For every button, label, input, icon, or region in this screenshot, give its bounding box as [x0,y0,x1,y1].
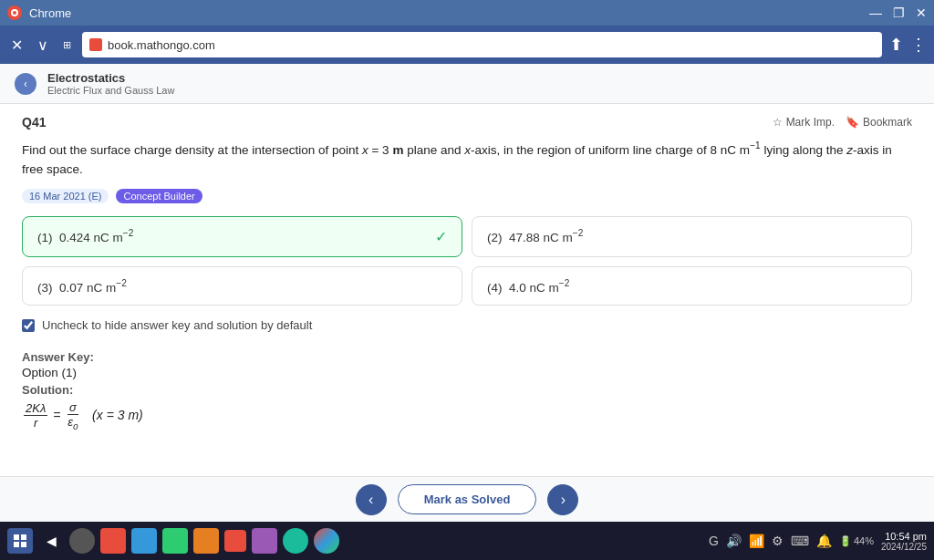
keyboard-icon[interactable]: ⌨ [791,534,809,548]
maximize-button[interactable]: ❐ [893,5,905,20]
prev-button[interactable]: ‹ [356,484,387,515]
title-bar: Chrome — ❐ ✕ [0,0,934,26]
question-header: ‹ Electrostatics Electric Flux and Gauss… [0,64,934,104]
option-1-text: (1) 0.424 nC m−2 [37,228,133,244]
breadcrumb-subtitle: Electric Flux and Gauss Law [47,85,174,96]
address-bar[interactable]: book.mathongo.com [82,32,882,57]
taskbar-right: G 🔊 📶 ⚙ ⌨ 🔔 🔋 44% 10:54 pm 2024/12/25 [709,531,927,552]
option-3-text: (3) 0.07 nC m−2 [37,278,127,295]
solution-math: 2Kλ r = σ ε0 (x = 3 m) [22,400,912,431]
next-button[interactable]: › [547,484,578,515]
title-bar-text: Chrome [29,6,71,20]
breadcrumb-title: Electrostatics [47,71,174,85]
chrome-taskbar-button[interactable] [314,528,339,554]
taskbar-app-3[interactable] [162,528,188,554]
back-button[interactable]: ‹ [15,73,36,95]
main-content: ‹ Electrostatics Electric Flux and Gauss… [0,64,934,522]
start-button[interactable] [7,528,33,554]
solution-section: Solution: 2Kλ r = σ ε0 (x = 3 m) [0,379,934,431]
settings-icon[interactable]: ⚙ [772,534,784,548]
tag-concept[interactable]: Concept Builder [116,189,202,203]
bookmark-button[interactable]: 🔖 Bookmark [846,116,912,129]
close-button[interactable]: ✕ [916,5,927,20]
option-2[interactable]: (2) 47.88 nC m−2 [472,216,912,257]
tag-date: 16 Mar 2021 (E) [22,189,109,203]
taskbar-app-1[interactable] [100,528,126,554]
correct-check-icon: ✓ [435,228,447,245]
svg-rect-2 [14,534,19,540]
taskbar-clock: 10:54 pm 2024/12/25 [881,531,927,552]
url-text: book.mathongo.com [108,38,215,52]
taskbar-app-5[interactable] [224,530,246,552]
question-body: Q41 ☆ Mark Imp. 🔖 Bookmark Find out the … [0,104,934,350]
forward-nav-button[interactable]: ∨ [34,33,52,57]
question-actions: ☆ Mark Imp. 🔖 Bookmark [773,116,912,129]
back-nav-button[interactable]: ✕ [7,33,26,57]
taskbar-time: 10:54 pm [881,531,927,542]
tags-row: 16 Mar 2021 (E) Concept Builder [22,189,912,203]
taskbar-app-7[interactable] [283,528,308,554]
checkbox-label: Uncheck to hide answer key and solution … [42,318,312,332]
notification-icon[interactable]: 🔔 [816,534,832,548]
question-meta-row: Q41 ☆ Mark Imp. 🔖 Bookmark [22,115,912,130]
svg-point-1 [13,11,16,15]
question-number: Q41 [22,115,46,130]
star-icon: ☆ [773,116,783,129]
browser-toolbar: ✕ ∨ ⊞ book.mathongo.com ⬆ ⋮ [0,26,934,64]
taskbar-app-2[interactable] [131,528,157,554]
svg-rect-3 [21,534,26,540]
battery-percent: 44% [854,535,874,546]
svg-rect-5 [21,542,26,547]
app-icon [7,5,22,20]
taskbar-app-6[interactable] [252,528,277,554]
volume-icon[interactable]: 🔊 [726,534,742,548]
option-3[interactable]: (3) 0.07 nC m−2 [22,266,462,306]
taskbar-app-4[interactable] [193,528,219,554]
options-grid: (1) 0.424 nC m−2 ✓ (2) 47.88 nC m−2 (3) … [22,216,912,306]
bookmark-icon: 🔖 [846,116,859,129]
mark-imp-button[interactable]: ☆ Mark Imp. [773,116,835,129]
solution-label: Solution: [22,383,912,397]
answer-key-value: Option (1) [22,366,912,379]
answer-section: Answer Key: Option (1) [0,350,934,379]
taskbar-date: 2024/12/25 [881,542,927,552]
battery-indicator: 🔋 44% [839,535,874,547]
taskbar-left: ◀ [7,528,339,554]
stop-button[interactable] [69,528,95,554]
option-4[interactable]: (4) 4.0 nC m−2 [472,266,912,306]
mark-solved-button[interactable]: Mark as Solved [398,484,537,514]
network-icon[interactable]: 📶 [749,534,764,548]
option-1[interactable]: (1) 0.424 nC m−2 ✓ [22,216,462,257]
back-media-button[interactable]: ◀ [38,528,64,554]
checkbox-row: Uncheck to hide answer key and solution … [22,318,912,332]
svg-rect-4 [14,542,19,547]
bottom-nav: ‹ Mark as Solved › [0,476,934,522]
toolbar-actions: ⬆ ⋮ [889,35,927,55]
menu-icon[interactable]: ⋮ [910,35,927,55]
breadcrumb: Electrostatics Electric Flux and Gauss L… [47,71,174,96]
google-icon[interactable]: G [709,534,719,548]
hide-answer-checkbox[interactable] [22,319,35,332]
window-controls: — ❐ ✕ [869,5,927,20]
favicon [89,38,102,51]
share-icon[interactable]: ⬆ [889,35,903,55]
option-4-text: (4) 4.0 nC m−2 [487,278,569,295]
question-text: Find out the surface charge density at t… [22,139,912,180]
battery-icon: 🔋 [839,535,852,547]
option-2-text: (2) 47.88 nC m−2 [487,228,583,244]
minimize-button[interactable]: — [869,5,882,20]
tabs-button[interactable]: ⊞ [59,36,75,55]
taskbar: ◀ G 🔊 📶 ⚙ ⌨ 🔔 🔋 44% 10:54 pm 2024/12/25 [0,522,934,560]
answer-key-label: Answer Key: [22,350,912,364]
